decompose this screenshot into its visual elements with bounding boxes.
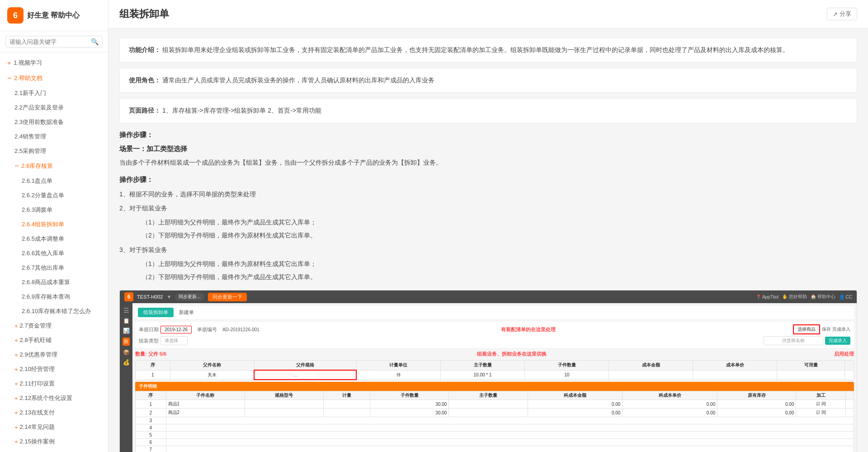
sim-annotation-1: 有装配清单的在这里处理 xyxy=(269,326,788,333)
plus-icon: + xyxy=(7,59,11,67)
sim-assembly-type-label: 组装类型 xyxy=(139,338,159,344)
sidebar-item-faq[interactable]: + 2.14常见问题 xyxy=(0,420,108,434)
sidebar-item-assembly[interactable]: 2.6.4组装拆卸单 xyxy=(0,217,108,232)
sidebar-item-cases[interactable]: + 2.15操作案例 xyxy=(0,434,108,449)
sidebar-item-finance[interactable]: + 2.7资金管理 xyxy=(0,319,108,333)
minus-icon-inventory: − xyxy=(14,162,19,170)
sidebar-item-other-in[interactable]: 2.6.6其他入库单 xyxy=(0,246,108,261)
sidebar-item-docs[interactable]: − 2.帮助文档 xyxy=(0,71,108,86)
role-label: 使用角色： xyxy=(129,76,160,84)
func-intro-text: 组装拆卸单用来处理企业组装或拆卸等加工业务，支持有固定装配清单的产品加工业务，也… xyxy=(162,46,789,53)
search-wrap[interactable]: 🔍 xyxy=(5,36,103,48)
sim-search-input[interactable]: 供货商名称 xyxy=(764,336,823,345)
sim-type-select[interactable]: 请选择 xyxy=(160,336,188,345)
page-header: 组装拆卸单 ↗ 分享 xyxy=(108,0,868,29)
ops-steps-title: 操作步骤： xyxy=(119,176,857,184)
sidebar-item-sales[interactable]: 2.4销售管理 xyxy=(0,129,108,144)
step3-sub1: （1）上部明细为父件明细，最终作为原材料生成其它出库单； xyxy=(142,258,857,270)
sim-date-value[interactable]: 2019-12-26 xyxy=(160,326,192,333)
sidebar-item-purchase[interactable]: 2.5采购管理 xyxy=(0,144,108,158)
step3: 3、对于拆装业务 xyxy=(119,244,857,256)
role-block: 使用角色： 通常由生产人员或库管人员完成拆装业务的操作，库管人员确认原材料的出库… xyxy=(119,68,857,93)
sim-annotation-2: 组装业务、拆卸业务在这里切换 xyxy=(189,351,834,357)
nav-section: + 1.视频学习 − 2.帮助文档 2.1新手入门 2.2产品安装及登录 2.3… xyxy=(0,52,108,452)
step1: 1、根据不同的业务，选择不同单据的类型来处理 xyxy=(119,189,857,200)
sidebar-item-install[interactable]: 2.2产品安装及登录 xyxy=(0,100,108,115)
sidebar-item-account-error[interactable]: 2.6.10库存账本错了怎么办 xyxy=(0,304,108,319)
step3-sub2: （2）下部明细为子件明细，最终作为产成品生成其它入库单。 xyxy=(142,271,857,283)
sidebar-item-coupon[interactable]: + 2.9优惠券管理 xyxy=(0,347,108,362)
scene1-desc: 当由多个子件材料组装成一个成品的业务为【组装】业务，当由一个父件拆分成多个子产品… xyxy=(119,157,857,168)
sim-screenshot-wrapper: 6 TEST-H002 ▼ 同步更新... 同步更新一下 📍 AppTitol … xyxy=(120,290,857,452)
sim-system-name: TEST-H002 xyxy=(137,294,163,300)
sidebar-item-videos[interactable]: + 1.视频学习 xyxy=(0,55,108,71)
sidebar-item-partial-stocktake[interactable]: 2.6.2分量盘点单 xyxy=(0,188,108,203)
sim-confirm-btn[interactable]: 完成录入 xyxy=(825,337,850,345)
sidebar: 6 好生意 帮助中心 🔍 + 1.视频学习 − 2.帮助文档 2.1新手入门 2… xyxy=(0,0,108,452)
sim-tab-new[interactable]: 新建单 xyxy=(175,308,198,317)
step2-sub2: （2）下部明细为子件明细，最终作为原材料生成其它出库单。 xyxy=(142,230,857,241)
sidebar-item-newbie[interactable]: 2.1新手入门 xyxy=(0,86,108,100)
sidebar-item-data[interactable]: 2.3使用前数据准备 xyxy=(0,115,108,129)
logo-area: 6 好生意 帮助中心 xyxy=(0,0,108,31)
minus-icon: − xyxy=(7,75,11,82)
sidebar-item-ops[interactable]: + 2.10经营管理 xyxy=(0,362,108,376)
scene1-title: 场景一：加工类型选择 xyxy=(119,145,857,153)
sidebar-item-transfer[interactable]: 2.6.3调拨单 xyxy=(0,203,108,217)
main-content: 组装拆卸单 ↗ 分享 功能介绍： 组装拆卸单用来处理企业组装或拆卸等加工业务，支… xyxy=(108,0,868,452)
sim-tab-assembly[interactable]: 组装拆卸单 xyxy=(138,308,174,317)
sidebar-item-mobile[interactable]: + 2.8手机旺铺 xyxy=(0,333,108,347)
step2-sub1: （1）上部明细为父件明细，最终作为产成品生成其它入库单； xyxy=(142,217,857,228)
sidebar-item-stock-query[interactable]: 2.6.9库存账本查询 xyxy=(0,290,108,304)
share-button[interactable]: ↗ 分享 xyxy=(827,8,857,20)
func-intro-label: 功能介绍： xyxy=(129,46,160,53)
sidebar-item-print[interactable]: + 2.11打印设置 xyxy=(0,376,108,391)
sidebar-item-online-pay[interactable]: + 2.13在线支付 xyxy=(0,405,108,420)
sim-table2-title: 子件明细 xyxy=(139,383,157,390)
ops-title: 操作步骤： xyxy=(119,131,857,139)
sidebar-item-stocktake[interactable]: 2.6.1盘点单 xyxy=(0,174,108,188)
sim-annotation-3: 启用处理 xyxy=(834,351,854,357)
sidebar-item-customize[interactable]: + 2.12系统个性化设置 xyxy=(0,391,108,405)
sidebar-item-cost-recalc[interactable]: 2.6.8商品成本重算 xyxy=(0,275,108,290)
sim-annotation-count: 数量: 父件 5/6 xyxy=(135,351,189,357)
sim-select-goods-btn[interactable]: 选择商品 xyxy=(793,324,820,334)
step2: 2、对于组装业务 xyxy=(119,203,857,214)
search-box: 🔍 xyxy=(0,31,108,52)
share-icon: ↗ xyxy=(833,11,838,18)
sidebar-item-cost-adjust[interactable]: 2.6.5成本调整单 xyxy=(0,232,108,246)
sim-date-label: 单据日期 xyxy=(139,326,159,333)
sidebar-item-other-out[interactable]: 2.6.7其他出库单 xyxy=(0,261,108,275)
search-icon: 🔍 xyxy=(91,38,99,45)
app-name: 好生意 帮助中心 xyxy=(27,11,80,20)
path-block: 页面路径： 1、库存核算->库存管理->组装拆卸单 2、首页->常用功能 xyxy=(119,98,857,123)
content-area: 功能介绍： 组装拆卸单用来处理企业组装或拆卸等加工业务，支持有固定装配清单的产品… xyxy=(108,29,868,452)
search-input[interactable] xyxy=(9,38,91,45)
sim-parent-spec-input[interactable] xyxy=(294,372,316,377)
role-text: 通常由生产人员或库管人员完成拆装业务的操作，库管人员确认原材料的出库和产成品的入… xyxy=(162,76,434,84)
page-title: 组装拆卸单 xyxy=(119,7,169,21)
sim-order-value: AD-20191226-001 xyxy=(219,326,263,333)
sim-order-label: 单据编号 xyxy=(197,326,217,333)
sim-new-order-btn[interactable]: 同步更新一下 xyxy=(208,293,247,301)
path-text: 1、库存核算->库存管理->组装拆卸单 2、首页->常用功能 xyxy=(162,107,321,114)
app-logo-icon: 6 xyxy=(7,7,24,24)
func-intro-block: 功能介绍： 组装拆卸单用来处理企业组装或拆卸等加工业务，支持有固定装配清单的产品… xyxy=(119,38,857,62)
sidebar-item-inventory[interactable]: − 2.6库存核算 xyxy=(0,158,108,174)
path-label: 页面路径： xyxy=(129,107,160,114)
screenshot-container: 6 TEST-H002 ▼ 同步更新... 同步更新一下 📍 AppTitol … xyxy=(119,290,857,452)
